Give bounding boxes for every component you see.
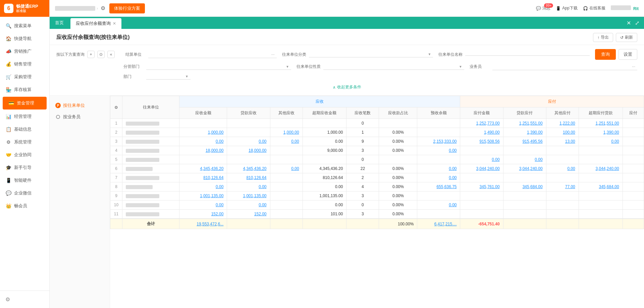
row-pay-other[interactable] xyxy=(546,173,579,182)
messages-button[interactable]: 💬 消息 99+ xyxy=(536,5,550,11)
row-pay-overdue[interactable] xyxy=(579,146,623,155)
row-pay-amount[interactable] xyxy=(460,173,503,182)
row-pay-other[interactable]: 77.00 xyxy=(546,182,579,191)
row-recv-amount[interactable]: 1,001,135.00 xyxy=(179,191,227,201)
tab-home[interactable]: 首页 xyxy=(50,17,69,29)
row-pay-loan[interactable] xyxy=(503,201,546,210)
row-recv-loan[interactable]: 810,126.64 xyxy=(227,173,270,182)
sidebar-item-member[interactable]: 👑 畅会员 xyxy=(0,200,49,212)
sidebar-item-operations[interactable]: 📊 经营管理 xyxy=(0,110,49,123)
sidebar-item-guide[interactable]: 🎓 新手引导 xyxy=(0,161,49,174)
row-recv-other[interactable] xyxy=(270,146,303,155)
row-pay-loan[interactable] xyxy=(503,146,546,155)
sidebar-item-search[interactable]: 🔍 搜索菜单 xyxy=(0,19,49,32)
row-recv-other[interactable] xyxy=(270,201,303,210)
nav-item-by-salesman[interactable]: 按业务员 xyxy=(50,111,110,123)
filter-collapse-btn[interactable]: « xyxy=(107,51,115,58)
row-recv-amount[interactable]: 810,126.64 xyxy=(179,173,227,182)
row-recv-other[interactable] xyxy=(270,210,303,219)
row-pay-amount[interactable] xyxy=(460,210,503,219)
row-pay-other[interactable] xyxy=(546,155,579,164)
sidebar-bottom-settings[interactable]: ⚙ xyxy=(0,294,49,305)
sidebar-item-finance[interactable]: 💳 资金管理 xyxy=(3,97,47,109)
row-recv-prepay[interactable]: 655,636.75 xyxy=(417,182,460,191)
row-recv-other[interactable] xyxy=(270,191,303,201)
sidebar-item-system[interactable]: ⚙ 系统管理 xyxy=(0,136,49,148)
online-service-button[interactable]: 🎧 在线客服 xyxy=(583,5,605,11)
row-pay-other[interactable] xyxy=(546,210,579,219)
sidebar-item-purchase[interactable]: 🛒 采购管理 xyxy=(0,71,49,83)
sub-dept-select[interactable]: ▼ xyxy=(146,74,191,80)
row-recv-prepay[interactable] xyxy=(417,119,460,128)
row-recv-loan[interactable]: 0.00 xyxy=(227,182,270,191)
row-recv-amount[interactable]: 18,000.00 xyxy=(179,146,227,155)
row-pay-loan[interactable]: 915,495.56 xyxy=(503,137,546,146)
partner-nature-select[interactable]: ▼ xyxy=(323,64,464,70)
sidebar-item-hardware[interactable]: 📱 智能硬件 xyxy=(0,174,49,187)
row-pay-amount[interactable] xyxy=(460,201,503,210)
salesman-input[interactable]: ··· xyxy=(492,63,637,70)
row-recv-amount[interactable]: 4,345,436.20 xyxy=(179,164,227,173)
sidebar-item-inventory[interactable]: 🏪 库存核算 xyxy=(0,83,49,96)
app-download-button[interactable]: 📱 App下载 xyxy=(556,5,577,11)
header-settings-icon[interactable]: ⚙ xyxy=(101,5,105,11)
row-pay-loan[interactable] xyxy=(503,210,546,219)
row-recv-loan[interactable] xyxy=(227,128,270,137)
row-recv-prepay[interactable] xyxy=(417,210,460,219)
row-recv-prepay[interactable] xyxy=(417,191,460,201)
row-pay-overdue[interactable]: 1,251,551.00 xyxy=(579,119,623,128)
row-pay-other[interactable]: 1,222.00 xyxy=(546,119,579,128)
user-avatar[interactable]: Rit xyxy=(611,5,639,11)
row-recv-loan[interactable]: 0.00 xyxy=(227,137,270,146)
row-recv-other[interactable] xyxy=(270,119,303,128)
row-pay-overdue[interactable]: 345,684.00 xyxy=(579,182,623,191)
row-recv-amount[interactable]: 152.00 xyxy=(179,210,227,219)
row-pay-loan[interactable]: 345,684.00 xyxy=(503,182,546,191)
th-settings[interactable]: ⚙ xyxy=(110,96,122,119)
row-pay-overdue[interactable]: 3,044,240.00 xyxy=(579,164,623,173)
tab-close-window-icon[interactable]: ✕ xyxy=(625,18,633,28)
filter-add-btn[interactable]: + xyxy=(87,51,95,58)
row-recv-prepay[interactable] xyxy=(417,155,460,164)
row-pay-loan[interactable] xyxy=(503,173,546,182)
row-pay-other[interactable]: 100.00 xyxy=(546,128,579,137)
row-recv-amount[interactable]: 0.00 xyxy=(179,201,227,210)
row-pay-amount[interactable] xyxy=(460,191,503,201)
row-recv-loan[interactable]: 0.00 xyxy=(227,201,270,210)
row-pay-loan[interactable] xyxy=(503,191,546,201)
row-recv-amount[interactable] xyxy=(179,155,227,164)
row-recv-loan[interactable]: 1,001,135.00 xyxy=(227,191,270,201)
sidebar-item-enterprise[interactable]: 🤝 企业协同 xyxy=(0,148,49,161)
row-pay-overdue[interactable] xyxy=(579,210,623,219)
sidebar-item-sales[interactable]: 💰 销售管理 xyxy=(0,58,49,71)
tab-close-icon[interactable]: ✕ xyxy=(113,21,116,26)
row-pay-other[interactable]: 13.00 xyxy=(546,137,579,146)
row-recv-loan[interactable]: 4,345,436.20 xyxy=(227,164,270,173)
dept-select[interactable]: ▼ xyxy=(146,64,291,70)
query-button[interactable]: 查询 xyxy=(595,49,616,60)
row-recv-loan[interactable]: 18,000.00 xyxy=(227,146,270,155)
row-recv-amount[interactable]: 0.00 xyxy=(179,182,227,191)
row-pay-overdue[interactable] xyxy=(579,155,623,164)
sidebar-item-basic[interactable]: 📋 基础信息 xyxy=(0,123,49,136)
collapse-more-button[interactable]: ∧ 收起更多条件 xyxy=(56,83,637,91)
row-pay-overdue[interactable]: 1,390.00 xyxy=(579,128,623,137)
row-recv-prepay[interactable]: 0.00 xyxy=(417,201,460,210)
row-pay-amount[interactable]: 915,508.56 xyxy=(460,137,503,146)
row-recv-prepay[interactable]: 0.00 xyxy=(417,173,460,182)
filter-target-btn[interactable]: ⊙ xyxy=(97,51,105,58)
row-pay-overdue[interactable] xyxy=(579,191,623,201)
row-pay-overdue[interactable] xyxy=(579,201,623,210)
sidebar-item-marketing[interactable]: 📣 营销推广 xyxy=(0,45,49,58)
row-recv-amount[interactable] xyxy=(179,119,227,128)
row-pay-loan[interactable]: 3,044,240.00 xyxy=(503,164,546,173)
row-recv-prepay[interactable]: 0.00 xyxy=(417,146,460,155)
row-pay-amount[interactable] xyxy=(460,146,503,155)
row-recv-other[interactable]: 0.00 xyxy=(270,137,303,146)
row-pay-loan[interactable]: 1,251,551.00 xyxy=(503,119,546,128)
row-recv-prepay[interactable] xyxy=(417,128,460,137)
partner-name-input[interactable] xyxy=(465,53,590,56)
settings-button[interactable]: 设置 xyxy=(619,49,637,60)
row-recv-prepay[interactable]: 2,153,333.00 xyxy=(417,137,460,146)
row-pay-amount[interactable]: 1,490.00 xyxy=(460,128,503,137)
